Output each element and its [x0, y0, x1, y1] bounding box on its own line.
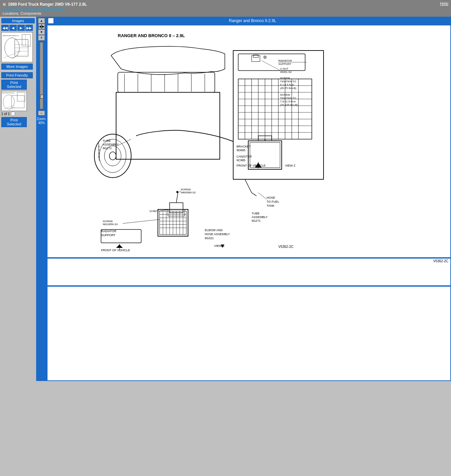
diagram-title: RANGER AND BRONCO II – 2.9L: [118, 33, 185, 38]
svg-text:V5362-2C: V5362-2C: [278, 245, 293, 249]
svg-text:TANK: TANK: [267, 204, 274, 207]
zoom-out-button[interactable]: −: [38, 111, 45, 115]
zoom-thumb[interactable]: [40, 95, 43, 99]
svg-rect-26: [116, 92, 220, 159]
scroll-left-button[interactable]: ◀: [38, 24, 41, 29]
nav-next-button[interactable]: ▶: [17, 25, 25, 31]
svg-text:RADIATOR: RADIATOR: [101, 229, 116, 233]
print-icon[interactable]: 🖨: [48, 18, 54, 23]
nav-row: ◀◀ ◀ ▶ ▶▶: [1, 25, 35, 31]
svg-text:5.1-8.5 N-m: 5.1-8.5 N-m: [280, 83, 294, 86]
svg-rect-18: [118, 72, 215, 92]
svg-text:SCREW: SCREW: [280, 93, 290, 96]
zoom-label: Zoom:: [37, 117, 46, 121]
svg-text:ELBOW AND: ELBOW AND: [205, 228, 223, 232]
svg-text:TO FUEL: TO FUEL: [267, 200, 279, 203]
svg-text:N800369-S2: N800369-S2: [181, 191, 196, 194]
scroll-down-button[interactable]: ▼: [38, 29, 45, 35]
header-left: ■ 1989 Ford Truck Ranger 2WD V6-177 2.9L…: [3, 1, 87, 15]
svg-point-27: [94, 134, 131, 178]
svg-text:U-NUT: U-NUT: [280, 67, 288, 70]
svg-text:SCREW: SCREW: [181, 188, 191, 191]
sidebar: Images ◀◀ ◀ ▶ ▶▶ RANGER AND BRONCO II: [0, 17, 36, 381]
print-selected-button-1[interactable]: Print Selected: [1, 80, 27, 90]
svg-text:FRONT OF VEHICLE: FRONT OF VEHICLE: [101, 249, 130, 252]
svg-text:BRACKET: BRACKET: [237, 145, 251, 148]
thumbnail-image: RANGER AND BRONCO II: [2, 33, 32, 62]
svg-text:ASSEMBLY: ASSEMBLY: [103, 143, 119, 146]
svg-line-63: [178, 191, 181, 193]
page-select-checkbox[interactable]: [11, 112, 15, 116]
svg-text:VIEW Z: VIEW Z: [285, 164, 296, 167]
nav-prev-prev-button[interactable]: ◀◀: [1, 25, 9, 31]
more-images-button[interactable]: More Images: [1, 64, 33, 70]
svg-rect-0: [2, 33, 32, 62]
thumbnail-box[interactable]: RANGER AND BRONCO II: [1, 32, 33, 62]
svg-text:HOSE ASSEMBLY: HOSE ASSEMBLY: [205, 232, 230, 236]
svg-text:N610959-S2: N610959-S2: [103, 223, 118, 226]
svg-text:TUBE: TUBE: [252, 212, 260, 215]
svg-text:CANISTER: CANISTER: [237, 155, 252, 158]
svg-text:9D665: 9D665: [237, 149, 246, 152]
svg-text:RANGER AND BRONCO II: RANGER AND BRONCO II: [2, 92, 15, 94]
scroll-right-button[interactable]: ▶: [42, 24, 45, 29]
scroll-controls: ▲ ◀ ▶ ▼ + − Zoom: 40%: [36, 17, 47, 381]
svg-line-126: [258, 193, 267, 199]
help-link[interactable]: Help: [440, 1, 448, 6]
print-friendly-button[interactable]: Print Friendly: [1, 72, 33, 78]
diagram-page-1: RANGER AND BRONCO II – 2.9L: [48, 25, 450, 257]
svg-text:9C985: 9C985: [237, 159, 246, 162]
print-selected-button-2[interactable]: Print Selected: [1, 117, 27, 127]
svg-text:TIGHTEN TO: TIGHTEN TO: [280, 80, 296, 83]
images-label: Images: [1, 18, 35, 23]
svg-text:45261-S2: 45261-S2: [280, 71, 292, 74]
svg-point-30: [109, 152, 116, 160]
diagram-page-3: [48, 287, 450, 380]
svg-text:RANGER AND BRONCO II: RANGER AND BRONCO II: [3, 35, 19, 36]
svg-line-38: [176, 192, 178, 203]
svg-text:9G321: 9G321: [205, 236, 214, 240]
svg-text:HOSE: HOSE: [267, 196, 275, 199]
svg-text:SUPPORT: SUPPORT: [278, 63, 291, 66]
page-thumbnail: RANGER AND BRONCO II: [2, 91, 26, 111]
nav-prev-button[interactable]: ◀: [9, 25, 17, 31]
svg-text:U-NUT: U-NUT: [150, 209, 159, 213]
header: ■ 1989 Ford Truck Ranger 2WD V6-177 2.9L…: [0, 0, 451, 17]
content-area: 🖨 Ranger and Bronco II-2.9L RANGER AND B…: [47, 17, 451, 381]
diagram-page-inner: RANGER AND BRONCO II – 2.9L: [48, 25, 450, 257]
page-thumbnail-box[interactable]: RANGER AND BRONCO II: [1, 91, 27, 111]
page-counter: 1 of 1: [1, 112, 10, 116]
svg-text:(45-75 IN-LB): (45-75 IN-LB): [280, 87, 296, 90]
zoom-in-button[interactable]: +: [38, 35, 45, 40]
page-ref-2: V5362-2C: [48, 259, 450, 264]
svg-text:SCREW: SCREW: [280, 77, 290, 80]
svg-text:9G271: 9G271: [252, 219, 261, 222]
svg-text:9G271: 9G271: [103, 147, 112, 150]
header-subsystem: Locations, Components: [3, 11, 87, 15]
header-system: Evaporative Emission Control Canister: [3, 7, 87, 11]
svg-text:ASSEMBLY: ASSEMBLY: [252, 215, 268, 219]
page-counter-row: 1 of 1: [1, 112, 35, 116]
main-layout: Images ◀◀ ◀ ▶ ▶▶ RANGER AND BRONCO II: [0, 17, 451, 381]
scroll-up-button[interactable]: ▲: [38, 18, 45, 23]
svg-text:FRONT OF VEHICLE: FRONT OF VEHICLE: [237, 164, 266, 167]
svg-text:SCREW: SCREW: [103, 220, 113, 223]
svg-line-68: [123, 219, 160, 223]
content-header-title: Ranger and Bronco II-2.9L: [56, 18, 450, 23]
content-header: 🖨 Ranger and Bronco II-2.9L: [47, 17, 451, 25]
zoom-track[interactable]: [40, 42, 43, 109]
svg-text:(70-105 IN-LB): (70-105 IN-LB): [280, 103, 298, 106]
svg-text:TUBE: TUBE: [103, 139, 111, 142]
diagram-svg: RANGER AND BRONCO II – 2.9L: [51, 29, 325, 253]
header-title: ■ 1989 Ford Truck Ranger 2WD V6-177 2.9L: [3, 1, 87, 7]
svg-text:TIGHTEN TO: TIGHTEN TO: [280, 97, 296, 100]
svg-text:SUPPORT: SUPPORT: [101, 233, 116, 237]
zoom-value: 40%: [38, 121, 45, 125]
diagram-page-2: V5362-2C: [48, 259, 450, 285]
nav-next-next-button[interactable]: ▶▶: [25, 25, 33, 31]
svg-line-60: [117, 139, 131, 146]
svg-text:7.9-11.9 N-m: 7.9-11.9 N-m: [280, 100, 296, 103]
svg-text:RADIATOR: RADIATOR: [278, 59, 292, 62]
